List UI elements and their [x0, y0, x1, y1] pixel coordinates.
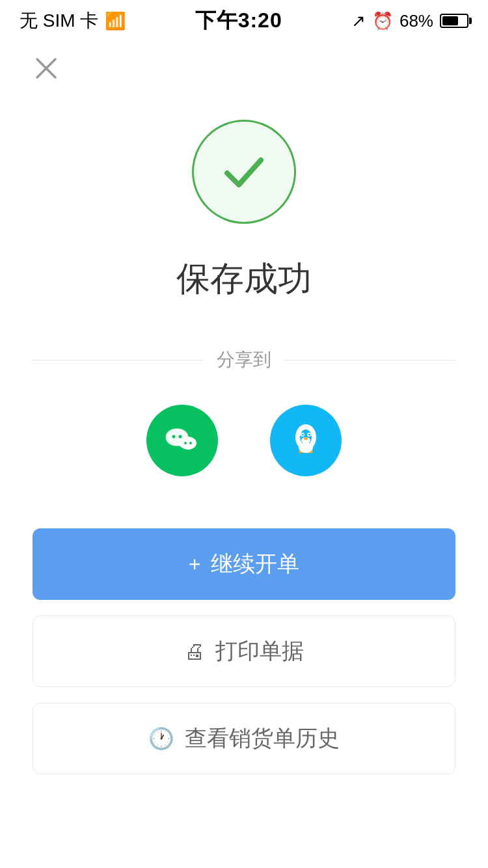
- svg-point-16: [304, 437, 308, 440]
- svg-point-19: [299, 442, 313, 453]
- share-divider: 分享到: [0, 347, 488, 372]
- status-right: ↗ ⏰ 68%: [351, 11, 468, 31]
- main-content: 保存成功 分享到: [0, 42, 488, 774]
- svg-point-6: [180, 437, 197, 450]
- print-button[interactable]: 🖨 打印单据: [33, 616, 455, 687]
- close-button[interactable]: [30, 52, 62, 85]
- clock: 下午3:20: [195, 7, 282, 35]
- continue-order-button[interactable]: + 继续开单: [33, 528, 455, 600]
- continue-label: 继续开单: [211, 549, 299, 579]
- divider-left: [33, 360, 204, 360]
- history-label: 查看销货单历史: [185, 724, 340, 753]
- svg-point-5: [179, 435, 182, 438]
- success-circle: [192, 120, 296, 224]
- svg-point-14: [302, 433, 304, 435]
- divider-right: [284, 360, 455, 360]
- status-left: 无 SIM 卡 📶: [20, 8, 126, 33]
- svg-point-15: [308, 433, 310, 435]
- wechat-share-button[interactable]: [146, 405, 218, 476]
- battery-icon: [440, 14, 468, 28]
- qq-share-button[interactable]: [270, 405, 342, 476]
- sim-status: 无 SIM 卡: [20, 8, 98, 33]
- status-bar: 无 SIM 卡 📶 下午3:20 ↗ ⏰ 68%: [0, 0, 488, 42]
- print-icon: 🖨: [184, 640, 205, 664]
- plus-icon: +: [189, 552, 201, 576]
- share-label: 分享到: [204, 347, 284, 372]
- wechat-icon: [161, 419, 203, 463]
- close-icon: [34, 57, 58, 80]
- alarm-icon: ⏰: [372, 11, 393, 31]
- battery-pct: 68%: [400, 11, 433, 31]
- action-buttons: + 继续开单 🖨 打印单据 🕐 查看销货单历史: [0, 528, 488, 774]
- svg-point-4: [172, 435, 176, 438]
- checkmark-icon: [218, 146, 270, 198]
- clock-icon: 🕐: [148, 726, 174, 751]
- svg-point-7: [184, 442, 187, 444]
- history-button[interactable]: 🕐 查看销货单历史: [33, 703, 455, 774]
- print-label: 打印单据: [215, 636, 304, 666]
- success-title: 保存成功: [176, 256, 312, 302]
- share-icons: [146, 405, 342, 476]
- location-icon: ↗: [351, 11, 366, 31]
- wifi-icon: 📶: [105, 11, 126, 31]
- svg-point-8: [189, 442, 192, 444]
- qq-icon: [285, 419, 327, 463]
